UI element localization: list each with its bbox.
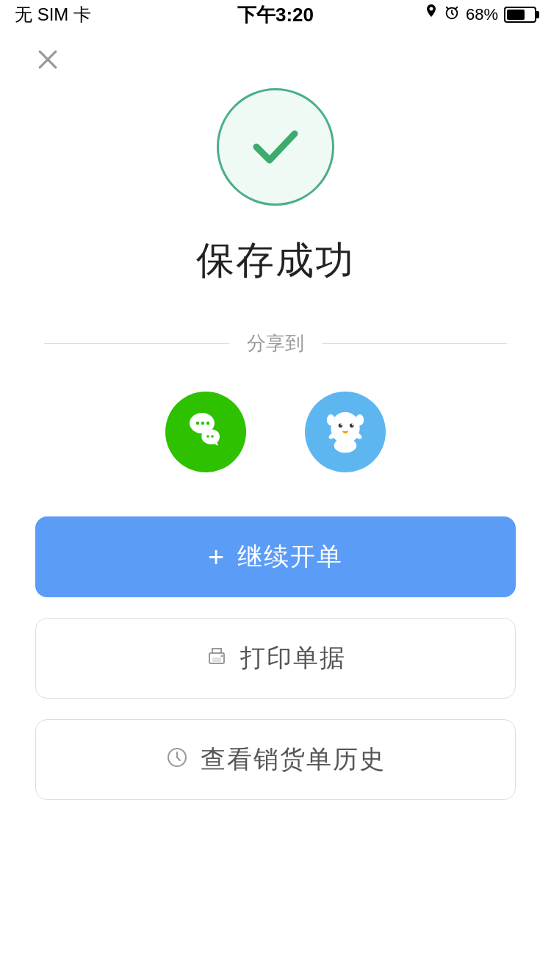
carrier-text: 无 SIM 卡 (15, 3, 91, 26)
svg-rect-22 (212, 657, 221, 662)
printer-icon (205, 644, 228, 673)
svg-point-17 (327, 414, 335, 425)
qq-share-button[interactable] (305, 392, 386, 472)
svg-point-5 (201, 422, 204, 425)
svg-point-6 (206, 422, 209, 425)
continue-order-label: 继续开单 (237, 540, 343, 574)
share-label: 分享到 (247, 331, 304, 356)
battery-icon (504, 7, 536, 23)
success-title: 保存成功 (196, 235, 355, 287)
close-button[interactable] (29, 41, 66, 78)
history-label: 查看销货单历史 (201, 743, 386, 777)
status-right: 68% (425, 4, 536, 25)
svg-point-14 (340, 424, 342, 425)
svg-point-16 (334, 439, 357, 453)
wechat-share-button[interactable] (165, 392, 246, 472)
svg-point-8 (211, 435, 214, 438)
alarm-icon (444, 4, 460, 25)
location-icon (425, 4, 438, 25)
status-time: 下午3:20 (237, 2, 314, 28)
svg-point-18 (356, 414, 364, 425)
divider-right (322, 343, 507, 344)
action-buttons: + 继续开单 打印单据 查看销货单历史 (0, 516, 551, 800)
battery-percent: 68% (466, 5, 498, 24)
print-label: 打印单据 (240, 641, 346, 675)
status-bar: 无 SIM 卡 下午3:20 68% (0, 0, 551, 29)
svg-point-12 (339, 424, 342, 428)
continue-order-button[interactable]: + 继续开单 (35, 516, 516, 597)
plus-icon: + (208, 541, 226, 573)
divider-left (44, 343, 229, 344)
svg-point-7 (206, 435, 209, 438)
status-left: 无 SIM 卡 (15, 3, 97, 26)
success-icon-circle (217, 88, 334, 206)
main-content: 保存成功 分享到 (0, 29, 551, 800)
svg-point-15 (352, 424, 353, 425)
svg-point-13 (350, 424, 353, 428)
print-button[interactable]: 打印单据 (35, 618, 516, 699)
svg-point-4 (196, 422, 199, 425)
checkmark-icon (246, 116, 305, 178)
svg-point-23 (221, 655, 223, 657)
share-icons-row (165, 392, 386, 472)
clock-icon (165, 746, 189, 774)
share-section: 分享到 (0, 331, 551, 472)
history-button[interactable]: 查看销货单历史 (35, 719, 516, 800)
share-divider: 分享到 (0, 331, 551, 356)
